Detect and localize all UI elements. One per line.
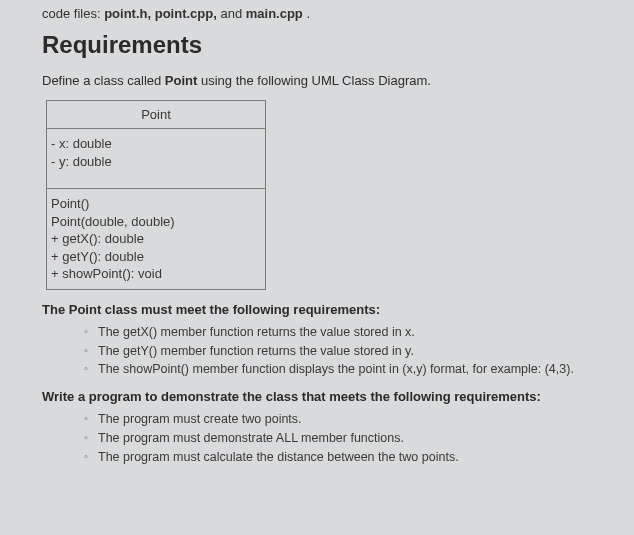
uml-diagram: Point - x: double - y: double Point() Po… bbox=[46, 100, 266, 290]
list-item: The getY() member function returns the v… bbox=[84, 342, 606, 361]
uml-op: + getX(): double bbox=[51, 230, 261, 248]
define-p2: using the following UML Class Diagram. bbox=[201, 73, 431, 88]
write-program-heading: Write a program to demonstrate the class… bbox=[42, 389, 606, 404]
must-meet-heading: The Point class must meet the following … bbox=[42, 302, 606, 317]
uml-attr: - y: double bbox=[51, 153, 261, 171]
define-class-name: Point bbox=[165, 73, 198, 88]
list-item: The program must demonstrate ALL member … bbox=[84, 429, 606, 448]
list-item: The program must calculate the distance … bbox=[84, 448, 606, 467]
uml-op: Point() bbox=[51, 195, 261, 213]
define-p1: Define a class called bbox=[42, 73, 165, 88]
requirements-list-2: The program must create two points. The … bbox=[84, 410, 606, 466]
uml-op: + getY(): double bbox=[51, 248, 261, 266]
uml-class-name: Point bbox=[47, 101, 265, 129]
code-files-last: main.cpp bbox=[246, 6, 303, 21]
uml-attributes: - x: double - y: double bbox=[47, 129, 265, 189]
uml-operations: Point() Point(double, double) + getX(): … bbox=[47, 189, 265, 289]
list-item: The program must create two points. bbox=[84, 410, 606, 429]
uml-op: + showPoint(): void bbox=[51, 265, 261, 283]
define-class-line: Define a class called Point using the fo… bbox=[42, 73, 606, 88]
list-item: The getX() member function returns the v… bbox=[84, 323, 606, 342]
code-files-prefix: code files: bbox=[42, 6, 104, 21]
code-files-line: code files: point.h, point.cpp, and main… bbox=[42, 6, 606, 21]
code-files-and: and bbox=[220, 6, 245, 21]
uml-op: Point(double, double) bbox=[51, 213, 261, 231]
code-files-list: point.h, point.cpp, bbox=[104, 6, 217, 21]
code-files-suffix: . bbox=[306, 6, 310, 21]
list-item: The showPoint() member function displays… bbox=[84, 360, 606, 379]
uml-attr: - x: double bbox=[51, 135, 261, 153]
requirements-list-1: The getX() member function returns the v… bbox=[84, 323, 606, 379]
requirements-heading: Requirements bbox=[42, 31, 606, 59]
